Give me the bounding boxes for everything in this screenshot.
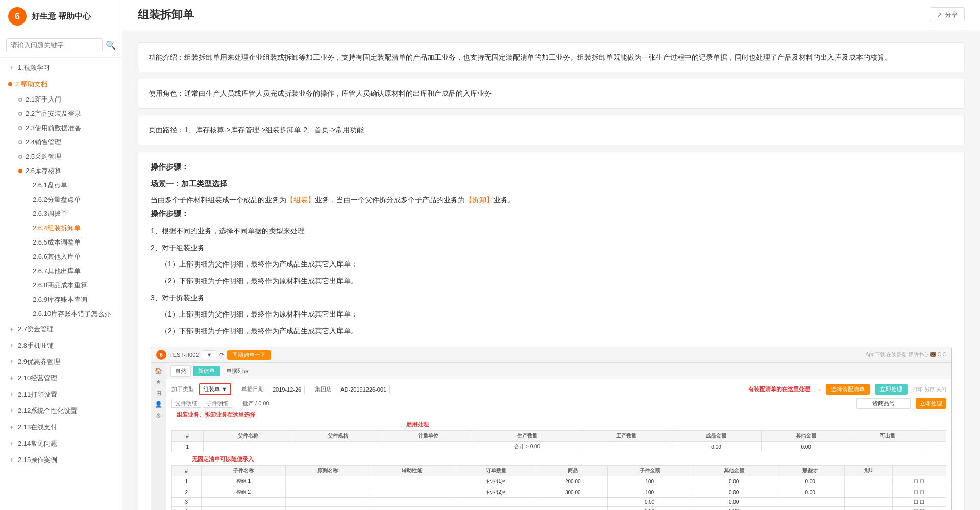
td2-goods-4 xyxy=(538,507,607,510)
share-button[interactable]: ↗ 分享 xyxy=(930,7,965,22)
sidebar-item-2.6.2[interactable]: 2.6.2分量盘点单 xyxy=(29,192,122,207)
sidebar-item-2.6.5[interactable]: 2.6.5成本调整单 xyxy=(29,235,122,250)
dot-icon xyxy=(18,126,22,130)
mock-group-label: 集团店 xyxy=(315,385,332,393)
table-row-parent-1: 1 合计 > 0.00 0.00 0.00 xyxy=(172,442,946,452)
td2-name-4 xyxy=(201,507,285,510)
sidebar-item-2.6.2-label: 2.6.2分量盘点单 xyxy=(33,195,81,204)
mock-refresh-icon[interactable]: ⟳ xyxy=(219,352,224,358)
td2-action-4: ☐ ☐ xyxy=(892,507,946,510)
plus-icon: ＋ xyxy=(8,341,15,350)
sidebar-item-2.6[interactable]: 2.6库存核算 xyxy=(14,164,122,178)
th2-origin: 原则名称 xyxy=(285,466,370,476)
td2-camount-1: 100 xyxy=(607,476,692,487)
mock-btn-confirm[interactable]: 选择装配清单 xyxy=(826,384,870,395)
sidebar-item-2.6.1-label: 2.6.1盘点单 xyxy=(33,181,67,190)
mock-query-btn[interactable]: 立即处理 xyxy=(916,398,946,409)
th-produce-qty: 生产数量 xyxy=(473,431,581,442)
sidebar-item-2.9[interactable]: ＋ 2.9优惠券管理 xyxy=(0,354,122,370)
td2-name-3 xyxy=(201,498,285,507)
sidebar-item-2.6.3-label: 2.6.3调拨单 xyxy=(33,209,67,218)
td2-aux-1 xyxy=(370,476,454,487)
sidebar-item-2.6.9[interactable]: 2.6.9库存账本查询 xyxy=(29,293,122,307)
td2-aux-4 xyxy=(370,507,454,510)
sidebar-item-2.6.6[interactable]: 2.6.6其他入库单 xyxy=(29,250,122,264)
mock-tab-list[interactable]: 单据列表 xyxy=(222,366,253,376)
sidebar-item-2.6.10[interactable]: 2.6.10库存账本错了怎么办 xyxy=(29,307,122,321)
th-available: 可出量 xyxy=(851,431,924,442)
th-unit: 计量单位 xyxy=(383,431,473,442)
sidebar-item-2.11[interactable]: ＋ 2.11打印设置 xyxy=(0,386,122,403)
td2-goods-2: 300.00 xyxy=(538,487,607,498)
sidebar-item-video[interactable]: ＋ 1.视频学习 xyxy=(0,60,122,76)
mock-search-field[interactable]: 货商品号 xyxy=(856,398,911,409)
sidebar-item-2.2[interactable]: 2.2产品安装及登录 xyxy=(14,107,122,121)
search-button[interactable]: 🔍 xyxy=(106,40,116,50)
search-box: 🔍 xyxy=(0,33,122,58)
td2-origin-2 xyxy=(285,487,370,498)
sidebar-item-2.7[interactable]: ＋ 2.7资金管理 xyxy=(0,321,122,337)
mock-sidebar-icons: 🏠 ★ ⊞ 👤 ⚙ xyxy=(151,363,166,510)
sidebar-item-2.8[interactable]: ＋ 2.8手机旺铺 xyxy=(0,337,122,354)
mock-tab-new[interactable]: 新建单 xyxy=(193,366,220,376)
td-name-1[interactable] xyxy=(203,442,293,452)
sidebar-item-2.6.4[interactable]: 2.6.4组装拆卸单 xyxy=(29,221,122,235)
sidebar-item-2.13[interactable]: ＋ 2.13在线支付 xyxy=(0,419,122,435)
dot-icon xyxy=(18,98,22,102)
td2-oqty-3 xyxy=(454,498,538,507)
active-dot-icon xyxy=(18,169,22,173)
th-other-amount: 其他金额 xyxy=(761,431,851,442)
sidebar-sub-2.6: 2.6.1盘点单 2.6.2分量盘点单 2.6.3调拨单 2.6.4组装拆卸单 … xyxy=(14,178,122,321)
table-row-child-1: 1 模组 1 化学(1)× 200.00 100 0.00 xyxy=(172,476,946,487)
mock-subtab-1[interactable]: 父件明细 xyxy=(172,399,201,408)
sidebar-item-2.4[interactable]: 2.4销售管理 xyxy=(14,135,122,150)
sidebar-item-2.1[interactable]: 2.1新手入门 xyxy=(14,92,122,107)
sidebar-item-2.14-label: 2.14常见问题 xyxy=(18,439,57,448)
sidebar-item-2.12[interactable]: ＋ 2.12系统个性化设置 xyxy=(0,403,122,419)
td2-aux-2 xyxy=(370,487,454,498)
sidebar-item-2.5[interactable]: 2.5采购管理 xyxy=(14,150,122,164)
search-input[interactable] xyxy=(6,38,103,52)
sidebar-item-docs[interactable]: 2.帮助文档 xyxy=(0,76,122,92)
sidebar-item-2.13-label: 2.13在线支付 xyxy=(18,423,57,432)
sidebar-item-2.15[interactable]: ＋ 2.15操作案例 xyxy=(0,452,122,468)
mock-form-row-1: 加工类型 组装单 ▼ 单据日期 2019-12-26 集团店 AD-201912… xyxy=(172,383,946,395)
sidebar-item-2.6.3[interactable]: 2.6.3调拨单 xyxy=(29,207,122,221)
mock-btn-save[interactable]: 立即处理 xyxy=(875,384,908,395)
sidebar-item-2.3[interactable]: 2.3使用前数据准备 xyxy=(14,121,122,135)
td2-f10-1 xyxy=(844,476,892,487)
mock-btn-orange-top[interactable]: 同期购单一下 xyxy=(227,350,271,360)
intro-block-2: 使用角色：通常由生产人员或库管人员完成折装业务的操作，库管人员确认原材料的出库和… xyxy=(138,79,965,109)
th2-child-amount: 子件金额 xyxy=(607,466,692,476)
minus-icon xyxy=(8,82,12,86)
sidebar-item-2.10[interactable]: ＋ 2.10经营管理 xyxy=(0,370,122,386)
mock-type-select[interactable]: 组装单 ▼ xyxy=(199,383,231,395)
td2-action-3: ☐ ☐ xyxy=(892,498,946,507)
share-label: 分享 xyxy=(945,10,958,19)
sidebar-item-2.6-label: 2.6库存核算 xyxy=(26,166,61,176)
sidebar-item-2.1-label: 2.1新手入门 xyxy=(26,95,61,104)
sidebar-item-2.6.7[interactable]: 2.6.7其他出库单 xyxy=(29,264,122,278)
mock-subtab-2[interactable]: 子件明细 xyxy=(203,399,232,408)
table-row-child-4: 40.000.00☐ ☐ xyxy=(172,507,946,510)
th2-child-name: 子件名称 xyxy=(201,466,285,476)
sidebar-item-2.6.1[interactable]: 2.6.1盘点单 xyxy=(29,178,122,192)
td-actualqty-1 xyxy=(581,442,671,452)
mock-dropdown[interactable]: ▼ xyxy=(202,350,216,359)
sidebar-item-docs-label: 2.帮助文档 xyxy=(15,80,47,89)
steps-heading-2: 操作步骤： xyxy=(151,209,952,219)
mock-icons-right: App下载 在线督促 帮助中心 🐻 C.C xyxy=(866,351,946,358)
mock-tab-home[interactable]: 自然 xyxy=(170,365,191,377)
sidebar-header: 6 好生意 帮助中心 xyxy=(0,0,122,33)
share-icon: ↗ xyxy=(937,11,942,19)
mock-form-row-2: 父件明细 子件明细 批产 / 0.00 货商品号 立即处理 xyxy=(172,398,946,409)
sidebar-item-2.6.8[interactable]: 2.6.8商品成本重算 xyxy=(29,278,122,293)
mock-home-icon: 🏠 xyxy=(155,367,162,374)
main-header: 组装拆卸单 ↗ 分享 xyxy=(122,0,980,30)
sidebar-item-2.14[interactable]: ＋ 2.14常见问题 xyxy=(0,435,122,452)
sidebar-item-2.8-label: 2.8手机旺铺 xyxy=(18,341,54,350)
td2-f9-4 xyxy=(776,507,844,510)
td-spec-1 xyxy=(293,442,383,452)
sidebar-item-2.2-label: 2.2产品安装及登录 xyxy=(26,109,81,118)
th-parent-name: 父件名称 xyxy=(203,431,293,442)
